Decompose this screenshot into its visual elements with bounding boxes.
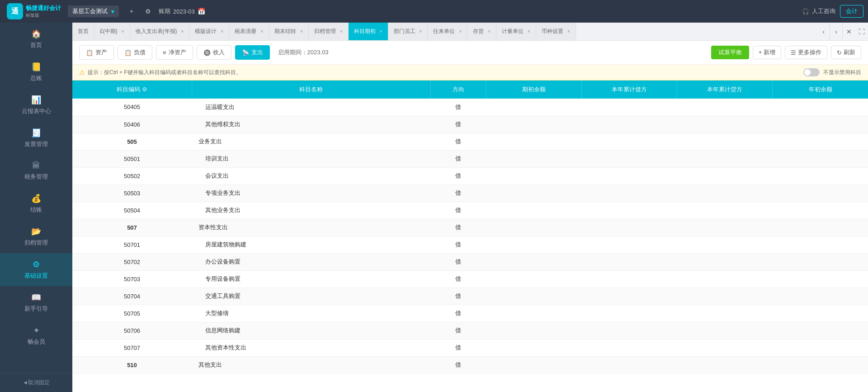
table-row[interactable]: 50701 房屋建筑物购建 借 (72, 236, 868, 253)
cell-year-balance (773, 202, 868, 219)
sidebar-item-checkout[interactable]: 💰结账 (0, 187, 72, 220)
cell-direction: 借 (430, 270, 486, 288)
cat-tab-asset[interactable]: 📋资产 (79, 45, 114, 60)
logo-icon: 通 (7, 3, 23, 19)
table-row[interactable]: 507 资本性支出 借 (72, 219, 868, 236)
period-display-label: 启用期间：2023.03 (278, 48, 329, 57)
more-button[interactable]: ☰ 更多操作 (785, 46, 827, 59)
tab-close-btn[interactable]: × (181, 29, 184, 34)
main-content: 首页£(中期)×收入支出表(年报)×模版设计×税表清册×期末结转×归档管理×科目… (72, 23, 868, 392)
tab---[interactable]: 首页 (72, 23, 94, 40)
table-row[interactable]: 50706 信息网络购建 借 (72, 322, 868, 339)
tab---[interactable]: 存货× (467, 23, 496, 40)
app-name: 畅捷通好会计 (26, 4, 61, 12)
tab-close-btn[interactable]: × (459, 29, 462, 34)
balance-button[interactable]: 试算平衡 (711, 46, 749, 59)
sidebar-item-ledger[interactable]: 📒总账 (0, 56, 72, 89)
tab-nav-right[interactable]: › (830, 23, 843, 40)
table-row[interactable]: 510 其他支出 借 (72, 356, 868, 373)
tab-nav-left[interactable]: ‹ (817, 23, 830, 40)
table-row[interactable]: 50501 培训支出 借 (72, 150, 868, 167)
th-code: 科目编码⚙ (72, 80, 192, 99)
add-icon-btn[interactable]: ＋ (125, 5, 138, 18)
sidebar-item-member[interactable]: ✦畅会员 (0, 319, 72, 352)
tab-close-btn[interactable]: × (340, 29, 343, 34)
tab-label: 收入支出表(年报) (136, 28, 177, 35)
cell-direction: 借 (430, 202, 486, 219)
cell-code: 50503 (72, 184, 192, 202)
tab-close-btn[interactable]: × (260, 29, 263, 34)
table-row[interactable]: 50502 会议支出 借 (72, 167, 868, 184)
member-icon: ✦ (33, 326, 40, 335)
tab-close-all[interactable]: ✕ (843, 23, 855, 40)
tab------[interactable]: £(中期)× (94, 23, 130, 40)
cat-tab-liability[interactable]: 📋负债 (118, 45, 152, 60)
sidebar-collapse-btn[interactable]: ◄取消固定 (0, 373, 72, 392)
add-button[interactable]: + 新增 (753, 46, 781, 59)
tab-label: 计量单位 (502, 28, 524, 35)
cat-tab-expense[interactable]: 📡支出 (235, 45, 270, 60)
col-gear-icon[interactable]: ⚙ (142, 86, 147, 93)
table-row[interactable]: 50503 专项业务支出 借 (72, 184, 868, 202)
sidebar-item-settings[interactable]: ⚙基础设置 (0, 253, 72, 286)
table-row[interactable]: 50504 其他业务支出 借 (72, 202, 868, 219)
tab-----[interactable]: 往来单位× (428, 23, 467, 40)
cat-tab-income[interactable]: 🔘收入 (197, 45, 231, 60)
cell-code: 50405 (72, 99, 192, 116)
toggle-label: 不显示禁用科目 (823, 69, 861, 76)
tab-close-btn[interactable]: × (221, 29, 223, 34)
tab-----[interactable]: 科目期初× (349, 23, 388, 40)
table-row[interactable]: 50703 专用设备购置 借 (72, 270, 868, 288)
cat-tab-equity[interactable]: ≡净资产 (156, 45, 193, 60)
table-row[interactable]: 50704 交通工具购置 借 (72, 288, 868, 305)
table-row[interactable]: 50405 运温暖支出 借 (72, 99, 868, 116)
table-row[interactable]: 50705 大型修缮 借 (72, 305, 868, 322)
sidebar-item-home[interactable]: 🏠首页 (0, 23, 72, 56)
sidebar-item-reports[interactable]: 📊云报表中心 (0, 89, 72, 122)
cell-year-balance (773, 150, 868, 167)
table-row[interactable]: 50702 办公设备购置 借 (72, 253, 868, 270)
tab-----[interactable]: 税表清册× (229, 23, 269, 40)
settings-icon-btn[interactable]: ⚙ (142, 5, 154, 18)
user-help[interactable]: 🎧 人工咨询 (802, 7, 835, 15)
calendar-icon[interactable]: 📅 (198, 8, 205, 15)
tab-close-btn[interactable]: × (528, 29, 530, 34)
tab-----[interactable]: 归档管理× (309, 23, 349, 40)
tab-close-btn[interactable]: × (122, 29, 124, 34)
table-row[interactable]: 50406 其他维权支出 借 (72, 116, 868, 133)
sidebar-item-invoices[interactable]: 🧾发票管理 (0, 122, 72, 155)
refresh-label: 刷新 (844, 48, 855, 57)
cell-annual-debit (581, 219, 677, 236)
tab-close-btn[interactable]: × (567, 29, 570, 34)
tab----------[interactable]: 收入支出表(年报)× (130, 23, 190, 40)
account-button[interactable]: 会计 (840, 5, 863, 18)
tab-close-btn[interactable]: × (488, 29, 491, 34)
hint-right: 不显示禁用科目 (803, 68, 861, 76)
cell-code: 50704 (72, 288, 192, 305)
tab-----[interactable]: 计量单位× (496, 23, 536, 40)
cell-name: 其他资本性支出 (192, 339, 430, 356)
disable-toggle[interactable] (803, 68, 820, 76)
cell-balance (486, 167, 581, 184)
help-label: 人工咨询 (812, 7, 835, 15)
table-row[interactable]: 50707 其他资本性支出 借 (72, 339, 868, 356)
company-dropdown-arrow: ▾ (111, 8, 114, 15)
sidebar-item-guide[interactable]: 📖新手引导 (0, 286, 72, 319)
tab-expand[interactable]: ⛶ (855, 23, 868, 40)
sidebar-item-tax[interactable]: 🏛税务管理 (0, 155, 72, 187)
tab-close-btn[interactable]: × (300, 29, 303, 34)
table-container[interactable]: 科目编码⚙科目名称方向期初余额本年累计借方本年累计贷方年初余额 50405 运温… (72, 80, 868, 392)
table-row[interactable]: 505 业务支出 借 (72, 133, 868, 150)
company-selector[interactable]: 基层工会测试 ▾ (68, 5, 119, 17)
refresh-button[interactable]: ↻ 刷新 (831, 46, 861, 59)
tab-----[interactable]: 部门员工× (388, 23, 428, 40)
cell-annual-credit (677, 236, 773, 253)
tab-close-btn[interactable]: × (420, 29, 422, 34)
tab-----[interactable]: 期末结转× (269, 23, 309, 40)
tab-----[interactable]: 币种设置× (536, 23, 576, 40)
ledger-icon: 📒 (31, 62, 41, 72)
cat-tab-label: 资产 (95, 48, 107, 57)
tab-close-btn[interactable]: × (380, 29, 382, 34)
tab-----[interactable]: 模版设计× (189, 23, 229, 40)
sidebar-item-archive[interactable]: 📂归档管理 (0, 220, 72, 253)
